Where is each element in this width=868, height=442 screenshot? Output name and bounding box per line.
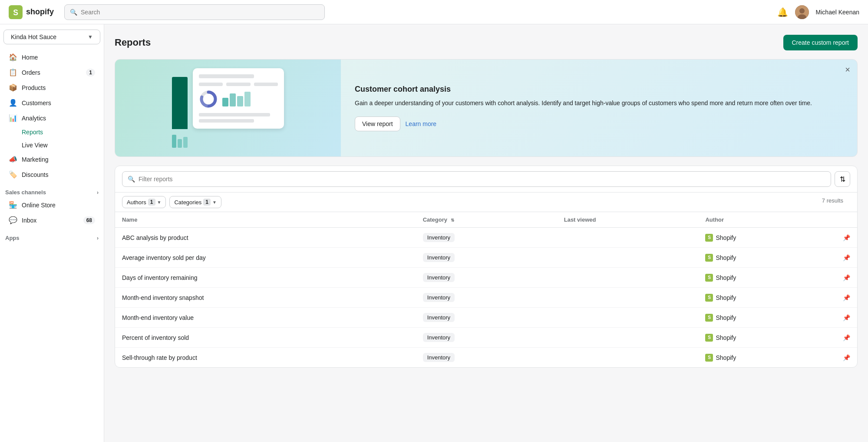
categories-filter[interactable]: Categories 1 ▼ — [169, 196, 221, 208]
apps-chevron: › — [97, 235, 99, 241]
pin-cell: 📌 — [836, 268, 857, 288]
report-category: Inventory — [416, 248, 557, 268]
pin-cell: 📌 — [836, 328, 857, 348]
sales-channels-nav: 🏪 Online Store 💬 Inbox 68 — [0, 197, 104, 228]
report-name: Sell-through rate by product — [115, 348, 416, 368]
sidebar-item-inbox[interactable]: 💬 Inbox 68 — [3, 213, 100, 228]
sales-channels-section[interactable]: Sales channels › — [0, 182, 104, 197]
categories-filter-label: Categories — [174, 199, 201, 206]
close-banner-button[interactable]: × — [845, 65, 850, 75]
report-last-viewed — [557, 328, 699, 348]
report-name: Percent of inventory sold — [115, 328, 416, 348]
cohort-banner: Customer cohort analysis Gain a deeper u… — [115, 59, 858, 157]
report-author: S Shopify — [698, 268, 836, 288]
table-row[interactable]: Average inventory sold per day Inventory… — [115, 248, 857, 268]
page-title: Reports — [115, 37, 151, 48]
cohort-title: Customer cohort analysis — [355, 85, 840, 94]
marketing-icon: 📣 — [9, 155, 17, 163]
sidebar-item-online-store[interactable]: 🏪 Online Store — [3, 197, 100, 213]
table-row[interactable]: Days of inventory remaining Inventory S … — [115, 268, 857, 288]
topnav-right: 🔔 Michael Keenan — [777, 5, 859, 19]
sidebar-item-home-label: Home — [22, 54, 38, 61]
reports-section: 🔍 ⇅ Authors 1 ▼ Categories 1 ▼ — [115, 166, 858, 368]
sort-button[interactable]: ⇅ — [835, 171, 850, 187]
authors-filter-count: 1 — [148, 199, 155, 206]
main-nav: 🏠 Home 📋 Orders 1 📦 Products 👤 Customers… — [0, 50, 104, 182]
apps-section[interactable]: Apps › — [0, 228, 104, 243]
authors-filter-chevron: ▼ — [157, 200, 162, 205]
store-selector[interactable]: Kinda Hot Sauce ▼ — [3, 30, 100, 44]
search-icon: 🔍 — [70, 9, 77, 16]
shopify-icon: S — [705, 294, 713, 302]
logo[interactable]: S shopify — [9, 5, 54, 19]
report-category: Inventory — [416, 288, 557, 308]
sidebar-item-customers-label: Customers — [22, 100, 51, 106]
sales-channels-chevron: › — [97, 189, 99, 196]
categories-filter-chevron: ▼ — [212, 200, 217, 205]
sidebar-item-inbox-label: Inbox — [22, 217, 36, 224]
sidebar-item-reports[interactable]: Reports — [3, 126, 100, 139]
pin-cell: 📌 — [836, 348, 857, 368]
discounts-icon: 🏷️ — [9, 170, 17, 179]
filter-search-icon: 🔍 — [128, 176, 135, 183]
report-last-viewed — [557, 288, 699, 308]
sidebar-item-products[interactable]: 📦 Products — [3, 80, 100, 95]
search-bar[interactable]: 🔍 — [64, 4, 325, 20]
col-name: Name — [115, 212, 416, 228]
col-pin — [836, 212, 857, 228]
sidebar-item-orders[interactable]: 📋 Orders 1 — [3, 65, 100, 80]
create-custom-report-button[interactable]: Create custom report — [783, 35, 858, 50]
report-name: ABC analysis by product — [115, 228, 416, 248]
products-icon: 📦 — [9, 83, 17, 92]
report-author: S Shopify — [698, 228, 836, 248]
sidebar-item-discounts-label: Discounts — [22, 171, 48, 178]
col-category[interactable]: Category ⇅ — [416, 212, 557, 228]
report-last-viewed — [557, 268, 699, 288]
authors-filter[interactable]: Authors 1 ▼ — [122, 196, 166, 208]
report-category: Inventory — [416, 228, 557, 248]
shopify-icon: S — [705, 354, 713, 362]
table-row[interactable]: Month-end inventory value Inventory S Sh… — [115, 308, 857, 328]
svg-text:S: S — [13, 8, 18, 17]
chevron-down-icon: ▼ — [88, 34, 93, 40]
report-name: Days of inventory remaining — [115, 268, 416, 288]
table-row[interactable]: Month-end inventory snapshot Inventory S… — [115, 288, 857, 308]
report-name: Month-end inventory snapshot — [115, 288, 416, 308]
pin-icon[interactable]: 📌 — [843, 234, 850, 241]
learn-more-button[interactable]: Learn more — [406, 120, 437, 127]
pin-icon[interactable]: 📌 — [843, 314, 850, 321]
cohort-actions: View report Learn more — [355, 116, 840, 131]
shopify-icon: S — [705, 254, 713, 262]
search-input[interactable] — [81, 9, 319, 16]
online-store-icon: 🏪 — [9, 201, 17, 209]
sidebar-item-discounts[interactable]: 🏷️ Discounts — [3, 167, 100, 182]
notification-bell[interactable]: 🔔 — [777, 7, 788, 17]
filter-bar: 🔍 ⇅ — [115, 166, 857, 193]
sidebar-item-marketing[interactable]: 📣 Marketing — [3, 152, 100, 167]
sidebar-item-analytics[interactable]: 📊 Analytics — [3, 110, 100, 126]
pin-icon[interactable]: 📌 — [843, 254, 850, 261]
report-last-viewed — [557, 308, 699, 328]
filter-reports-input[interactable] — [139, 176, 825, 183]
sidebar-item-home[interactable]: 🏠 Home — [3, 50, 100, 65]
sidebar-item-customers[interactable]: 👤 Customers — [3, 95, 100, 110]
sidebar-item-live-view[interactable]: Live View — [3, 139, 100, 152]
pin-icon[interactable]: 📌 — [843, 334, 850, 341]
page-header: Reports Create custom report — [115, 35, 858, 50]
table-row[interactable]: ABC analysis by product Inventory S Shop… — [115, 228, 857, 248]
report-category: Inventory — [416, 268, 557, 288]
pin-icon[interactable]: 📌 — [843, 294, 850, 301]
user-name[interactable]: Michael Keenan — [816, 9, 859, 16]
report-author: S Shopify — [698, 288, 836, 308]
pin-icon[interactable]: 📌 — [843, 354, 850, 361]
avatar — [795, 5, 809, 19]
svg-point-3 — [799, 8, 805, 13]
pin-icon[interactable]: 📌 — [843, 274, 850, 281]
view-report-button[interactable]: View report — [355, 116, 400, 131]
table-row[interactable]: Sell-through rate by product Inventory S… — [115, 348, 857, 368]
sidebar: Kinda Hot Sauce ▼ 🏠 Home 📋 Orders 1 📦 Pr… — [0, 24, 104, 442]
report-author: S Shopify — [698, 248, 836, 268]
inbox-badge: 68 — [83, 216, 95, 224]
col-last-viewed: Last viewed — [557, 212, 699, 228]
table-row[interactable]: Percent of inventory sold Inventory S Sh… — [115, 328, 857, 348]
